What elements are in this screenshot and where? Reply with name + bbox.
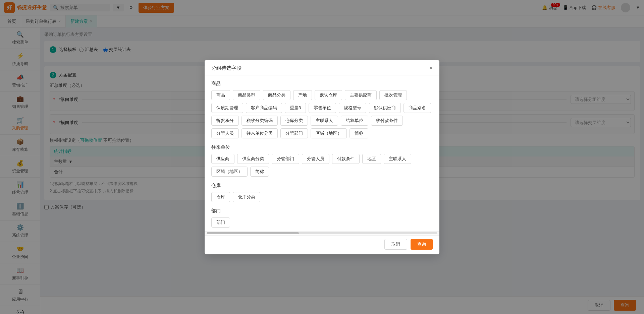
chip-tax-code[interactable]: 税收分类编码 xyxy=(241,116,278,126)
chip-warehouse[interactable]: 仓库 xyxy=(211,192,230,202)
chip-product-type[interactable]: 商品类型 xyxy=(233,90,260,100)
hscroll-thumb xyxy=(207,232,299,234)
chip-origin[interactable]: 产地 xyxy=(293,90,312,100)
chip-region2[interactable]: 区域（地区） xyxy=(211,167,248,177)
modal-cancel-button[interactable]: 取消 xyxy=(384,239,407,250)
chip-supplier[interactable]: 供应商 xyxy=(211,154,234,164)
partner-chips: 供应商 供应商分类 分管部门 分管人员 付款条件 地区 主联系人 区域（地区） … xyxy=(211,154,433,177)
chip-weight3[interactable]: 重量3 xyxy=(285,103,306,113)
chip-dept-person[interactable]: 分管人员 xyxy=(302,154,329,164)
chip-product-alias[interactable]: 商品别名 xyxy=(404,103,431,113)
chip-shelf-life[interactable]: 保质期管理 xyxy=(211,103,243,113)
chip-abbr2[interactable]: 简称 xyxy=(250,167,269,177)
chip-manager[interactable]: 分管人员 xyxy=(211,128,239,138)
chip-region[interactable]: 区域（地区） xyxy=(311,128,347,138)
chip-product[interactable]: 商品 xyxy=(211,90,230,100)
section-title-product: 商品 xyxy=(211,81,433,87)
chip-retail-unit[interactable]: 零售单位 xyxy=(309,103,336,113)
chip-mgmt-dept[interactable]: 分管部门 xyxy=(280,128,308,138)
chip-default-warehouse[interactable]: 默认仓库 xyxy=(315,90,342,100)
chip-warehouse-category[interactable]: 仓库分类 xyxy=(280,116,308,126)
chip-split-points[interactable]: 拆货积分 xyxy=(211,116,239,126)
chip-main-contact2[interactable]: 主联系人 xyxy=(384,154,411,164)
modal-confirm-button[interactable]: 查询 xyxy=(411,239,433,250)
modal-header: 分组待选字段 × xyxy=(205,60,439,75)
hscroll-bar xyxy=(207,232,437,234)
field-section-warehouse: 仓库 仓库 仓库分类 xyxy=(211,183,433,202)
modal-footer: 取消 查询 xyxy=(205,235,439,254)
chip-dept[interactable]: 分管部门 xyxy=(272,154,299,164)
field-section-product: 商品 商品 商品类型 商品分类 产地 默认仓库 主要供应商 批次管理 保质期管理… xyxy=(211,81,433,138)
warehouse-chips: 仓库 仓库分类 xyxy=(211,192,433,202)
dept-chips: 部门 xyxy=(211,217,433,228)
chip-partner-category[interactable]: 往来单位分类 xyxy=(241,128,278,138)
chip-warehouse-cat[interactable]: 仓库分类 xyxy=(233,192,260,202)
modal-overlay[interactable]: 分组待选字段 × 商品 商品 商品类型 商品分类 产地 默认仓库 主要供应商 批… xyxy=(0,0,644,314)
section-title-partner: 往来单位 xyxy=(211,144,433,150)
chip-main-contact[interactable]: 主联系人 xyxy=(311,116,338,126)
section-title-dept: 部门 xyxy=(211,208,433,214)
modal-body: 商品 商品 商品类型 商品分类 产地 默认仓库 主要供应商 批次管理 保质期管理… xyxy=(205,75,439,231)
chip-department[interactable]: 部门 xyxy=(211,217,230,228)
product-chips: 商品 商品类型 商品分类 产地 默认仓库 主要供应商 批次管理 保质期管理 客户… xyxy=(211,90,433,138)
chip-spec-model[interactable]: 规格型号 xyxy=(339,103,366,113)
field-section-partner: 往来单位 供应商 供应商分类 分管部门 分管人员 付款条件 地区 主联系人 区域… xyxy=(211,144,433,177)
chip-batch-mgmt[interactable]: 批次管理 xyxy=(379,90,407,100)
chip-main-supplier[interactable]: 主要供应商 xyxy=(345,90,377,100)
modal-title: 分组待选字段 xyxy=(211,65,241,71)
chip-abbr[interactable]: 简称 xyxy=(350,128,368,138)
chip-area[interactable]: 地区 xyxy=(362,154,381,164)
chip-customer-code[interactable]: 客户商品编码 xyxy=(246,103,282,113)
chip-payment-terms[interactable]: 收付款条件 xyxy=(371,116,403,126)
section-title-warehouse: 仓库 xyxy=(211,183,433,189)
modal-hscroll xyxy=(205,231,439,235)
field-select-modal: 分组待选字段 × 商品 商品 商品类型 商品分类 产地 默认仓库 主要供应商 批… xyxy=(205,60,439,254)
chip-supplier-category[interactable]: 供应商分类 xyxy=(237,154,269,164)
chip-product-category[interactable]: 商品分类 xyxy=(263,90,290,100)
modal-close-button[interactable]: × xyxy=(429,65,433,72)
chip-settlement-unit[interactable]: 结算单位 xyxy=(341,116,368,126)
field-section-dept: 部门 部门 xyxy=(211,208,433,228)
chip-default-supplier[interactable]: 默认供应商 xyxy=(369,103,401,113)
chip-pay-terms[interactable]: 付款条件 xyxy=(332,154,360,164)
